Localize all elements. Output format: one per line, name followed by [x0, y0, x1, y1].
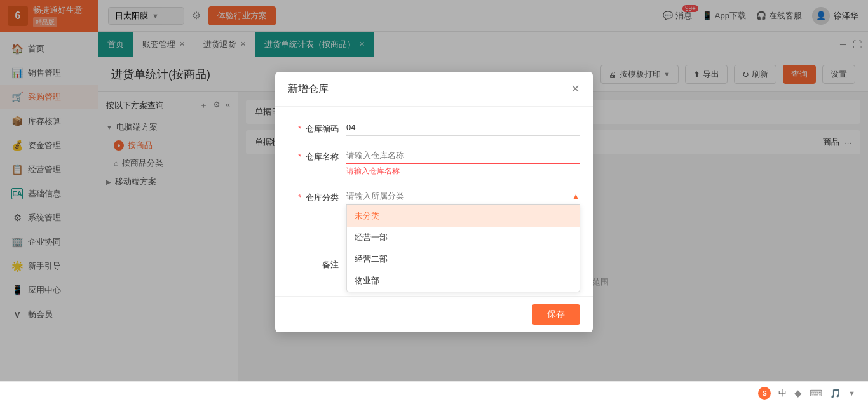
dialog-footer: 保存: [275, 296, 593, 332]
required-mark: *: [298, 124, 301, 133]
bottom-bar: S 中 ◆ ⌨ 🎵 ▼: [0, 381, 868, 404]
code-label: * 仓库编码: [288, 119, 339, 135]
code-control: [346, 119, 580, 136]
dialog-header: 新增仓库 ✕: [275, 72, 593, 107]
name-control: 请输入仓库名称: [346, 147, 580, 177]
code-input[interactable]: [346, 119, 580, 136]
dropdown-item-dept3[interactable]: 物业部: [347, 270, 580, 292]
modal-overlay[interactable]: 新增仓库 ✕ * 仓库编码 * 仓库名称: [0, 0, 868, 404]
save-button[interactable]: 保存: [532, 304, 580, 325]
music-icon[interactable]: 🎵: [830, 388, 841, 398]
bottom-icons: S 中 ◆ ⌨ 🎵 ▼: [758, 387, 855, 400]
form-row-category: * 仓库分类 ▲ 未分类 经营一部 经营二部 物业部: [288, 188, 580, 205]
name-input[interactable]: [346, 147, 580, 164]
dialog-close-icon[interactable]: ✕: [571, 82, 580, 96]
dialog-body: * 仓库编码 * 仓库名称 请输入仓库名称: [275, 107, 593, 296]
category-dropdown: 未分类 经营一部 经营二部 物业部: [346, 205, 580, 292]
category-control: ▲ 未分类 经营一部 经营二部 物业部: [346, 188, 580, 205]
required-mark2: *: [298, 152, 301, 161]
required-mark3: *: [298, 192, 301, 202]
dialog-title: 新增仓库: [288, 83, 329, 96]
dialog-new-warehouse: 新增仓库 ✕ * 仓库编码 * 仓库名称: [275, 72, 593, 332]
zh-icon[interactable]: 中: [778, 387, 787, 399]
arrow-down-icon[interactable]: ▼: [848, 389, 855, 397]
form-row-name: * 仓库名称 请输入仓库名称: [288, 147, 580, 177]
form-row-code: * 仓库编码: [288, 119, 580, 136]
dropdown-item-dept1[interactable]: 经营一部: [347, 227, 580, 248]
category-toggle-icon[interactable]: ▲: [571, 191, 580, 201]
category-label: * 仓库分类: [288, 188, 339, 203]
name-label: * 仓库名称: [288, 147, 339, 163]
note-label: 备注: [288, 255, 339, 271]
category-input[interactable]: [346, 188, 571, 204]
category-input-wrapper: ▲: [346, 188, 580, 205]
dropdown-item-dept2[interactable]: 经营二部: [347, 248, 580, 270]
dropdown-item-none[interactable]: 未分类: [347, 205, 580, 227]
keyboard-icon[interactable]: ⌨: [810, 388, 822, 398]
s-logo-icon: S: [758, 387, 771, 400]
name-error-msg: 请输入仓库名称: [346, 166, 580, 177]
dot-icon[interactable]: ◆: [794, 387, 802, 399]
